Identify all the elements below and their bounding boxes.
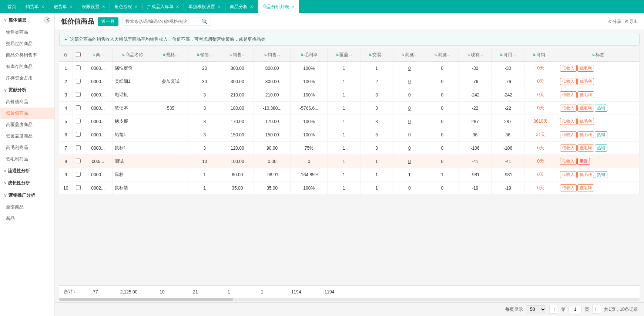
scroll-thumb[interactable] [59, 298, 233, 301]
sidebar-section-overall[interactable]: ∨ 整体信息 《 [0, 13, 54, 27]
view-link[interactable]: 0 [408, 106, 411, 111]
td-check[interactable] [73, 142, 84, 155]
filter-btn[interactable]: 近一月 [98, 17, 118, 26]
td-check[interactable] [73, 155, 84, 168]
close-purchase-order[interactable]: ✕ [69, 4, 73, 9]
td-view1[interactable]: 0 [393, 102, 426, 115]
view-link[interactable]: 0 [408, 159, 411, 164]
td-check[interactable] [73, 115, 84, 128]
row-checkbox[interactable] [76, 185, 81, 190]
view-link[interactable]: 0 [408, 66, 411, 71]
th-tags[interactable]: ⇅标签 [557, 49, 639, 61]
export-btn[interactable]: ⎗ 导出 [625, 18, 638, 25]
th-spec[interactable]: ⇅规格... [153, 49, 188, 61]
sidebar-section-flow[interactable]: > 流通性分析 [0, 165, 54, 177]
th-sale-amt[interactable]: ⇅销售... [254, 49, 291, 61]
nav-role-auth[interactable]: 角色授权 ✕ [110, 0, 142, 13]
nav-product-analysis[interactable]: 商品分析 ✕ [225, 0, 258, 13]
close-permission-settings[interactable]: ✕ [102, 4, 105, 9]
td-view1[interactable]: 0 [393, 88, 426, 102]
nav-sales-order[interactable]: 销货单 ✕ [21, 0, 49, 13]
td-view1[interactable]: 0 [393, 115, 426, 128]
sidebar-item-high-margin[interactable]: 高毛利商品 [0, 142, 54, 153]
sidebar-item-low-value[interactable]: 低价值商品 [0, 108, 54, 119]
td-view1[interactable]: 0 [393, 75, 426, 88]
th-view1[interactable]: ⇅浏览... [393, 49, 426, 61]
td-view1[interactable]: 0 [393, 155, 426, 168]
th-name[interactable]: ⇅商品名称 [112, 49, 153, 61]
view-link[interactable]: 0 [408, 92, 411, 98]
sidebar-item-high-value[interactable]: 高价值商品 [0, 96, 54, 108]
close-product-analysis[interactable]: ✕ [250, 4, 253, 9]
th-margin[interactable]: ⇅毛利率 [291, 49, 328, 61]
sidebar-item-high-coverage[interactable]: 高覆盖度商品 [0, 119, 54, 130]
view-link[interactable]: 0 [408, 119, 411, 124]
th-trade[interactable]: ⇅交易... [360, 49, 393, 61]
th-current[interactable]: ⇅现有... [459, 49, 492, 61]
th-code[interactable]: ⇅商... [84, 49, 112, 61]
view-link[interactable]: 1 [408, 172, 411, 177]
row-checkbox[interactable] [76, 65, 81, 70]
td-view1[interactable]: 0 [393, 61, 426, 75]
table-container[interactable]: ⚙ ⇅商... ⇅商品名称 ⇅规格... ⇅销售... ⇅销售... ⇅销售..… [59, 49, 640, 282]
th-sale-price[interactable]: ⇅销售... [221, 49, 254, 61]
view-link[interactable]: 0 [408, 79, 411, 84]
sidebar-section-profit[interactable]: ∨ 贡献分析 [0, 84, 54, 96]
th-coverage[interactable]: ⇅覆盖... [328, 49, 360, 61]
td-view1[interactable]: 0 [393, 142, 426, 155]
row-checkbox[interactable] [76, 105, 81, 110]
search-input[interactable] [125, 19, 199, 24]
sidebar-section-promo[interactable]: ∨ 营销推广分析 [0, 189, 54, 201]
search-icon[interactable]: 🔍 [201, 18, 208, 24]
th-gear[interactable]: ⚙ [59, 49, 73, 61]
nav-permission-settings[interactable]: 权限设置 ✕ [77, 0, 110, 13]
collapse-sidebar-btn[interactable]: 《 [43, 16, 51, 24]
sidebar-item-stock-capital[interactable]: 库存资金占用 [0, 72, 54, 84]
td-check[interactable] [73, 102, 84, 115]
row-checkbox[interactable] [76, 119, 81, 123]
close-product-analysis-list[interactable]: ✕ [291, 4, 295, 9]
next-page-btn[interactable]: 》 [592, 305, 601, 314]
view-link[interactable]: 0 [408, 132, 411, 137]
nav-template-settings[interactable]: 单据模板设置 ✕ [184, 0, 225, 13]
first-page-btn[interactable]: 《 [549, 305, 558, 314]
view-link[interactable]: 0 [408, 186, 411, 191]
row-checkbox[interactable] [76, 172, 81, 177]
sidebar-item-low-margin[interactable]: 低毛利商品 [0, 153, 54, 165]
page-number-input[interactable] [568, 306, 582, 313]
close-sales-order[interactable]: ✕ [41, 4, 44, 9]
horizontal-scrollbar[interactable] [59, 298, 640, 301]
row-checkbox[interactable] [76, 145, 81, 150]
sidebar-item-new-products[interactable]: 新品 [0, 213, 54, 224]
sidebar-item-all-products[interactable]: 全部商品 [0, 201, 54, 213]
row-checkbox[interactable] [76, 132, 81, 137]
nav-purchase-order[interactable]: 进货单 ✕ [49, 0, 77, 13]
td-check[interactable] [73, 88, 84, 102]
nav-home[interactable]: 首页 [3, 0, 21, 13]
view-link[interactable]: 0 [408, 146, 411, 151]
row-checkbox[interactable] [76, 159, 81, 163]
td-check[interactable] [73, 181, 84, 195]
th-available[interactable]: ⇅可用... [492, 49, 524, 61]
nav-product-analysis-list[interactable]: 商品分析列表 ✕ [258, 0, 299, 13]
th-sellable[interactable]: ⇅可销... [524, 49, 557, 61]
row-checkbox[interactable] [76, 92, 81, 97]
td-check[interactable] [73, 168, 84, 181]
th-check[interactable] [73, 49, 84, 61]
td-check[interactable] [73, 128, 84, 142]
td-view1[interactable]: 0 [393, 128, 426, 142]
close-template-settings[interactable]: ✕ [217, 4, 221, 9]
th-sale-qty[interactable]: ⇅销售... [188, 49, 221, 61]
sidebar-item-low-coverage[interactable]: 低覆盖度商品 [0, 130, 54, 142]
close-product-storage[interactable]: ✕ [176, 4, 179, 9]
th-view2[interactable]: ⇅浏览... [426, 49, 459, 61]
sidebar-item-traded-products[interactable]: 交易过的商品 [0, 38, 54, 50]
sidebar-item-category-sales-rate[interactable]: 商品分类销售率 [0, 50, 54, 61]
per-page-select[interactable]: 50 100 200 [526, 305, 546, 313]
sidebar-item-stock-products[interactable]: 有库存的商品 [0, 61, 54, 72]
row-checkbox[interactable] [76, 79, 81, 84]
share-btn[interactable]: ⎋ 分享 [608, 18, 621, 25]
sidebar-item-sales-products[interactable]: 销售类商品 [0, 27, 54, 38]
select-all-checkbox[interactable] [76, 52, 81, 57]
td-view1[interactable]: 1 [393, 168, 426, 181]
